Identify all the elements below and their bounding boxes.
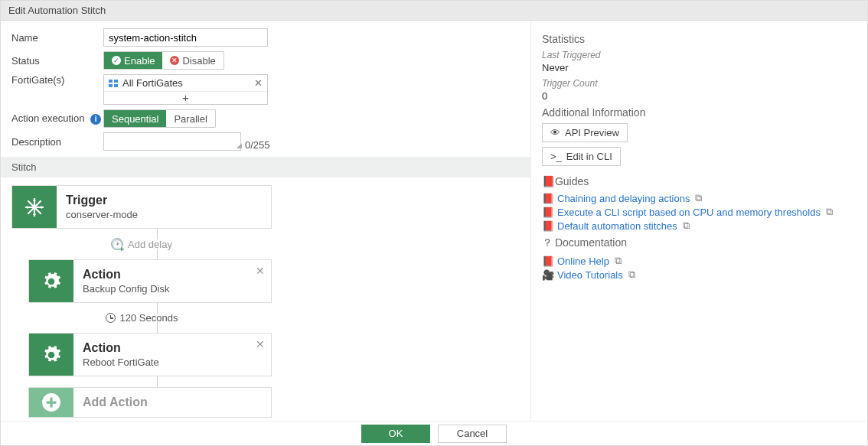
- action-title: Action: [83, 341, 262, 355]
- book-icon: 📕: [542, 207, 552, 218]
- dialog-body: Name Status ✓ Enable ✕ Disable Fort: [1, 21, 867, 426]
- remove-action-icon[interactable]: ✕: [256, 265, 265, 277]
- description-label: Description: [11, 136, 103, 148]
- trigger-count-label: Trigger Count: [542, 78, 857, 89]
- clock-plus-icon: 🕑: [111, 238, 123, 250]
- name-label: Name: [11, 32, 103, 44]
- description-counter: 0/255: [245, 139, 270, 151]
- help-icon: ？: [542, 236, 552, 250]
- online-help-link[interactable]: Online Help: [557, 256, 609, 267]
- external-link-icon: ⧉: [615, 255, 622, 267]
- action-exec-toggle: Sequential Parallel: [103, 109, 216, 128]
- trigger-card[interactable]: Trigger conserver-mode: [11, 185, 272, 229]
- trigger-sub: conserver-mode: [66, 209, 262, 220]
- book-icon: 📕: [542, 175, 552, 187]
- fortigates-remove-icon[interactable]: ✕: [254, 77, 263, 89]
- documentation-header: ？ Documentation: [542, 236, 857, 250]
- action-sub: Reboot FortiGate: [83, 356, 262, 368]
- video-tutorials-link[interactable]: Video Tutorials: [557, 269, 623, 281]
- guide-link[interactable]: Default automation stitches: [557, 220, 677, 232]
- cross-icon: ✕: [170, 56, 179, 65]
- connector: [157, 376, 272, 387]
- action-card[interactable]: Action Backup Config Disk ✕: [28, 259, 272, 303]
- check-icon: ✓: [112, 56, 121, 65]
- plus-icon: [29, 388, 73, 417]
- external-link-icon: ⧉: [683, 220, 690, 232]
- ok-button[interactable]: OK: [361, 425, 430, 443]
- connector: [157, 322, 272, 333]
- add-action-card[interactable]: Add Action: [28, 387, 272, 418]
- snowflake-icon: [12, 186, 57, 228]
- status-toggle: ✓ Enable ✕ Disable: [103, 51, 224, 70]
- action-card[interactable]: Action Reboot FortiGate ✕: [28, 333, 272, 376]
- fortigates-value: All FortiGates: [122, 77, 183, 89]
- dialog-title: Edit Automation Stitch: [1, 1, 867, 21]
- guide-link[interactable]: Execute a CLI script based on CPU and me…: [557, 207, 821, 218]
- eye-icon: 👁: [550, 127, 560, 138]
- status-disable-button[interactable]: ✕ Disable: [162, 52, 223, 69]
- left-panel: Name Status ✓ Enable ✕ Disable Fort: [1, 21, 530, 426]
- parallel-button[interactable]: Parallel: [166, 110, 214, 127]
- remove-action-icon[interactable]: ✕: [256, 338, 265, 350]
- description-input[interactable]: [103, 132, 241, 151]
- connector: [157, 249, 272, 259]
- external-link-icon: ⧉: [695, 192, 702, 204]
- cli-icon: >_: [550, 151, 562, 162]
- name-input[interactable]: [103, 28, 268, 47]
- api-preview-button[interactable]: 👁 API Preview: [542, 123, 628, 142]
- guide-link[interactable]: Chaining and delaying actions: [557, 193, 690, 204]
- edit-cli-button[interactable]: >_ Edit in CLI: [542, 147, 621, 166]
- trigger-title: Trigger: [66, 194, 262, 207]
- external-link-icon: ⧉: [628, 269, 635, 281]
- status-enable-button[interactable]: ✓ Enable: [104, 52, 162, 69]
- stitch-section-header: Stitch: [1, 157, 530, 177]
- action-exec-label: Action execution i: [11, 112, 103, 125]
- gear-icon: [29, 334, 73, 376]
- action-sub: Backup Config Disk: [83, 283, 262, 295]
- statistics-header: Statistics: [542, 33, 857, 45]
- video-icon: 🎥: [542, 269, 552, 281]
- resize-handle-icon[interactable]: ◢: [237, 142, 242, 149]
- cancel-button[interactable]: Cancel: [438, 425, 507, 443]
- info-icon[interactable]: i: [90, 114, 101, 125]
- sequential-button[interactable]: Sequential: [104, 110, 166, 127]
- clock-icon: [106, 313, 116, 323]
- last-triggered-label: Last Triggered: [542, 50, 857, 60]
- dialog-footer: OK Cancel: [1, 421, 867, 445]
- trigger-count-value: 0: [542, 90, 857, 102]
- additional-info-header: Additional Information: [542, 106, 857, 119]
- last-triggered-value: Never: [542, 62, 857, 73]
- add-action-label: Add Action: [83, 396, 262, 409]
- right-panel: Statistics Last Triggered Never Trigger …: [530, 21, 867, 426]
- action-title: Action: [83, 268, 262, 282]
- book-icon: 📕: [542, 256, 552, 267]
- dialog-window: Edit Automation Stitch Name Status ✓ Ena…: [0, 0, 868, 446]
- status-label: Status: [11, 55, 103, 67]
- fortigates-grid-icon: [109, 80, 118, 87]
- fortigates-label: FortiGate(s): [11, 74, 103, 86]
- fortigates-select[interactable]: All FortiGates ✕ +: [103, 74, 268, 105]
- book-icon: 📕: [542, 193, 552, 204]
- guides-header: 📕 Guides: [542, 175, 857, 187]
- stitch-flow: Trigger conserver-mode 🕑 Add delay Actio…: [11, 185, 272, 418]
- external-link-icon: ⧉: [826, 206, 833, 218]
- book-icon: 📕: [542, 220, 552, 232]
- gear-icon: [29, 260, 73, 302]
- fortigates-add-button[interactable]: +: [104, 91, 267, 104]
